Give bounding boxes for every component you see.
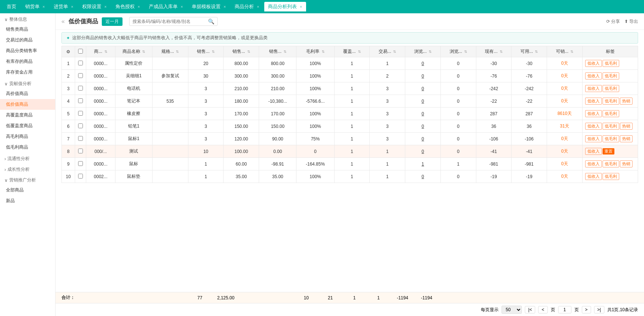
sidebar-item-category-rate[interactable]: 商品分类销售率 <box>0 45 55 56</box>
view1-link[interactable]: 0 <box>422 111 424 116</box>
select-all-checkbox[interactable] <box>78 49 83 54</box>
first-page-btn[interactable]: |< <box>525 306 535 313</box>
view1-link[interactable]: 0 <box>422 174 424 179</box>
close-icon[interactable]: × <box>43 4 45 9</box>
sidebar-item-all-goods[interactable]: 全部商品 <box>0 185 55 196</box>
row-trade: 3 <box>370 120 405 133</box>
close-icon[interactable]: × <box>138 4 140 9</box>
row-view1[interactable]: 0 <box>405 82 441 95</box>
sidebar-item-high-margin[interactable]: 高毛利商品 <box>0 131 55 142</box>
nav-permissions[interactable]: 权限设置 × <box>78 2 110 11</box>
sidebar-item-new-goods[interactable]: 新品 <box>0 196 55 206</box>
prev-page-btn[interactable]: < <box>538 306 547 313</box>
view1-link[interactable]: 0 <box>422 149 424 154</box>
col-coverage[interactable]: 覆盖... ⇅ <box>334 46 370 57</box>
view1-link[interactable]: 0 <box>422 136 424 142</box>
sidebar-item-low-value[interactable]: 低价值商品 <box>0 99 55 110</box>
row-view1[interactable]: 1 <box>405 158 441 170</box>
settings-col-header[interactable]: ⚙ <box>62 46 75 57</box>
col-view1[interactable]: 浏览... ⇅ <box>405 46 441 57</box>
view1-link[interactable]: 0 <box>422 61 424 66</box>
last-page-btn[interactable]: >| <box>594 306 604 313</box>
row-checkbox[interactable] <box>78 174 83 179</box>
col-salable[interactable]: 可销... ⇅ <box>547 46 583 57</box>
nav-analysis-list[interactable]: 商品分析列表 × <box>264 2 306 11</box>
col-code[interactable]: 商... ⇅ <box>86 46 115 57</box>
sidebar-item-in-stock[interactable]: 有库存的商品 <box>0 56 55 67</box>
row-checkbox[interactable] <box>78 73 83 78</box>
sidebar-item-high-coverage[interactable]: 高覆盖度商品 <box>0 110 55 120</box>
row-checkbox[interactable] <box>78 161 83 166</box>
close-icon[interactable]: × <box>104 4 107 9</box>
close-icon[interactable]: × <box>257 4 259 9</box>
row-checkbox[interactable] <box>78 123 83 128</box>
row-view1[interactable]: 0 <box>405 57 441 70</box>
sidebar-item-low-margin[interactable]: 低毛利商品 <box>0 142 55 153</box>
view1-link[interactable]: 1 <box>422 162 424 167</box>
sidebar-collapse-btn[interactable]: « <box>61 18 65 25</box>
page-number-input[interactable] <box>558 306 571 313</box>
row-view1[interactable]: 0 <box>405 170 441 183</box>
sidebar-group-marketing[interactable]: ∨ 营销推广分析 <box>0 174 55 185</box>
close-icon[interactable]: × <box>71 4 73 9</box>
col-spec[interactable]: 规格... ⇅ <box>152 46 188 57</box>
row-qty: 30 <box>188 70 224 82</box>
sidebar-item-high-value[interactable]: 高价值商品 <box>0 88 55 99</box>
col-trade[interactable]: 交易... ⇅ <box>370 46 405 57</box>
filter-recent-month[interactable]: 近一月 <box>102 17 123 26</box>
row-view1[interactable]: 0 <box>405 70 441 82</box>
share-button[interactable]: ⟳ 分享 <box>606 18 620 25</box>
col-name[interactable]: 商品名称 ⇅ <box>115 46 152 57</box>
row-view1[interactable]: 0 <box>405 95 441 108</box>
search-icon[interactable]: 🔍 <box>208 18 214 24</box>
col-amount[interactable]: 销售... ⇅ <box>224 46 259 57</box>
nav-roles[interactable]: 角色授权 × <box>112 2 144 11</box>
col-qty[interactable]: 销售... ⇅ <box>188 46 224 57</box>
col-margin[interactable]: 毛利率 ⇅ <box>296 46 334 57</box>
sidebar-group-liquidity[interactable]: › 流通性分析 <box>0 153 55 163</box>
row-checkbox[interactable] <box>78 98 83 103</box>
row-view1[interactable]: 0 <box>405 133 441 145</box>
row-checkbox[interactable] <box>78 86 83 91</box>
col-available[interactable]: 可用... ⇅ <box>511 46 547 57</box>
export-button[interactable]: ⬆ 导出 <box>624 18 638 25</box>
row-checkbox[interactable] <box>78 136 83 141</box>
sidebar-group-growth[interactable]: › 成长性分析 <box>0 163 55 174</box>
row-days: 0天 <box>561 161 568 166</box>
per-page-select[interactable]: 50 100 <box>502 306 522 314</box>
close-icon[interactable]: × <box>181 4 183 9</box>
row-view1[interactable]: 0 <box>405 145 441 158</box>
view1-link[interactable]: 0 <box>422 99 424 104</box>
row-amount: 210.00 <box>224 82 259 95</box>
row-checkbox[interactable] <box>78 111 83 116</box>
nav-analysis[interactable]: 商品分析 × <box>231 2 263 11</box>
sidebar-item-sales-goods[interactable]: 销售类商品 <box>0 24 55 35</box>
row-checkbox[interactable] <box>78 149 83 153</box>
sidebar-item-low-coverage[interactable]: 低覆盖度商品 <box>0 120 55 131</box>
row-code: 0000... <box>86 120 115 133</box>
row-checkbox[interactable] <box>78 61 83 65</box>
sidebar-group-overall[interactable]: ∨ 整体信息 <box>0 13 55 24</box>
col-current-stock[interactable]: 现有... ⇅ <box>476 46 511 57</box>
sidebar-group-growth-label: 成长性分析 <box>7 166 30 173</box>
sidebar-item-traded[interactable]: 交易过的商品 <box>0 35 55 45</box>
view1-link[interactable]: 0 <box>422 86 424 91</box>
view1-link[interactable]: 0 <box>422 124 424 129</box>
close-icon[interactable]: × <box>224 4 226 9</box>
search-input[interactable] <box>133 19 207 24</box>
next-page-btn[interactable]: > <box>582 306 591 313</box>
col-avg-price[interactable]: 销售... ⇅ <box>259 46 296 57</box>
sidebar-item-stock-capital[interactable]: 库存资金占用 <box>0 67 55 78</box>
nav-home[interactable]: 首页 <box>3 2 20 11</box>
col-view2[interactable]: 浏览... ⇅ <box>440 46 476 57</box>
close-icon[interactable]: × <box>300 4 302 9</box>
row-view1[interactable]: 0 <box>405 108 441 120</box>
nav-products[interactable]: 产成品入库单 × <box>145 2 187 11</box>
row-view2: 0 <box>440 70 476 82</box>
nav-templates[interactable]: 单据模板设置 × <box>188 2 229 11</box>
nav-sales[interactable]: 销货单 × <box>21 2 48 11</box>
row-view1[interactable]: 0 <box>405 120 441 133</box>
nav-purchase[interactable]: 进货单 × <box>50 2 77 11</box>
sidebar-group-contribution[interactable]: ∨ 贡献值分析 <box>0 78 55 88</box>
view1-link[interactable]: 0 <box>422 74 424 79</box>
